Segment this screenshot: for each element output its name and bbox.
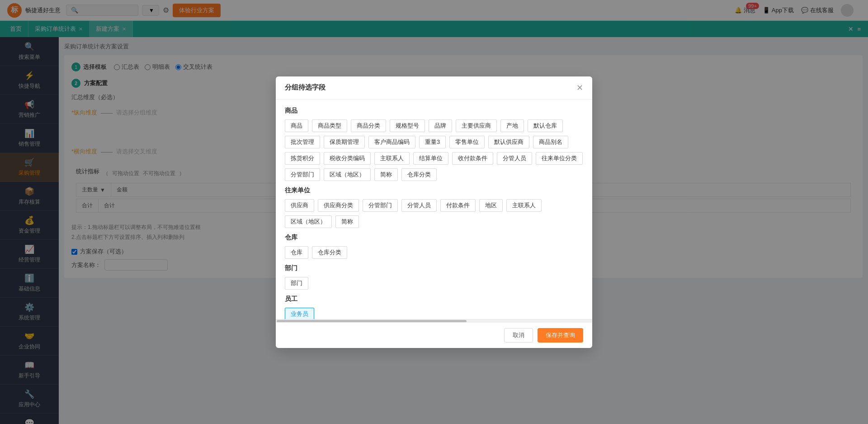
tag-region[interactable]: 地区 <box>479 199 503 212</box>
tag-short-name2[interactable]: 简称 <box>335 215 359 228</box>
tag-retail-unit[interactable]: 零售单位 <box>449 136 485 148</box>
tag-shelf-life[interactable]: 保质期管理 <box>324 136 365 148</box>
tag-sales-rep[interactable]: 业务员 <box>285 308 314 319</box>
tag-dept-managed2[interactable]: 分管部门 <box>363 199 398 212</box>
tag-supplier[interactable]: 供应商 <box>285 199 314 212</box>
tag-main-supplier[interactable]: 主要供应商 <box>456 119 497 132</box>
section-title-units: 往来单位 <box>285 186 583 195</box>
dialog: 分组待选字段 ✕ 商品 商品 商品类型 商品分类 规格型号 品牌 主要供应商 产… <box>276 76 592 348</box>
tag-goods[interactable]: 商品 <box>285 119 308 132</box>
tag-origin[interactable]: 产地 <box>500 119 524 132</box>
units-tags: 供应商 供应商分类 分管部门 分管人员 付款条件 地区 主联系人 区域（地区） … <box>285 199 583 228</box>
dialog-body[interactable]: 商品 商品 商品类型 商品分类 规格型号 品牌 主要供应商 产地 默认仓库 批次… <box>276 100 592 319</box>
warehouse-tags: 仓库 仓库分类 <box>285 246 583 259</box>
tag-customer-code[interactable]: 客户商品编码 <box>368 136 415 148</box>
dept-tags: 部门 <box>285 277 583 290</box>
tag-batch-mgmt[interactable]: 批次管理 <box>285 136 320 148</box>
tag-weight3[interactable]: 重量3 <box>419 136 446 148</box>
tag-goods-type[interactable]: 商品类型 <box>312 119 347 132</box>
tag-supervisor2[interactable]: 分管人员 <box>401 199 437 212</box>
section-title-employee: 员工 <box>285 295 583 303</box>
tag-region-area2[interactable]: 区域（地区） <box>285 215 332 228</box>
section-title-warehouse: 仓库 <box>285 233 583 242</box>
dialog-close-button[interactable]: ✕ <box>576 83 583 93</box>
dialog-footer: 取消 保存并查询 <box>276 322 592 348</box>
tag-spec-model[interactable]: 规格型号 <box>390 119 425 132</box>
tag-dept[interactable]: 部门 <box>285 277 308 290</box>
tag-main-contact[interactable]: 主联系人 <box>374 152 410 165</box>
dialog-title: 分组待选字段 <box>285 83 326 92</box>
tag-dept-managed[interactable]: 分管部门 <box>285 168 320 181</box>
tag-tax-code[interactable]: 税收分类编码 <box>324 152 371 165</box>
tag-region-area[interactable]: 区域（地区） <box>324 168 371 181</box>
goods-tags: 商品 商品类型 商品分类 规格型号 品牌 主要供应商 产地 默认仓库 批次管理 … <box>285 119 583 181</box>
dialog-header: 分组待选字段 ✕ <box>276 76 592 100</box>
tag-brand[interactable]: 品牌 <box>429 119 452 132</box>
tag-goods-category[interactable]: 商品分类 <box>351 119 386 132</box>
tag-pick-points[interactable]: 拣货积分 <box>285 152 320 165</box>
tag-warehouse[interactable]: 仓库 <box>285 246 308 259</box>
tag-warehouse-category[interactable]: 仓库分类 <box>401 168 437 181</box>
tag-default-warehouse[interactable]: 默认仓库 <box>528 119 563 132</box>
modal-overlay: 分组待选字段 ✕ 商品 商品 商品类型 商品分类 规格型号 品牌 主要供应商 产… <box>0 0 868 424</box>
tag-payment-condition[interactable]: 付款条件 <box>440 199 476 212</box>
employee-tags: 业务员 <box>285 308 583 319</box>
dialog-confirm-button[interactable]: 保存并查询 <box>538 328 583 343</box>
tag-payment-terms[interactable]: 收付款条件 <box>452 152 493 165</box>
tag-settlement-unit[interactable]: 结算单位 <box>413 152 448 165</box>
tag-goods-alias[interactable]: 商品别名 <box>533 136 568 148</box>
tag-supplier-category[interactable]: 供应商分类 <box>318 199 359 212</box>
dialog-cancel-button[interactable]: 取消 <box>504 328 533 343</box>
tag-warehouse-cat[interactable]: 仓库分类 <box>312 246 347 259</box>
tag-unit-category[interactable]: 往来单位分类 <box>536 152 583 165</box>
tag-short-name[interactable]: 简称 <box>374 168 398 181</box>
tag-supervisor[interactable]: 分管人员 <box>497 152 532 165</box>
tag-main-contact2[interactable]: 主联系人 <box>506 199 542 212</box>
section-title-dept: 部门 <box>285 264 583 272</box>
section-title-goods: 商品 <box>285 107 583 115</box>
tag-default-supplier[interactable]: 默认供应商 <box>488 136 529 148</box>
